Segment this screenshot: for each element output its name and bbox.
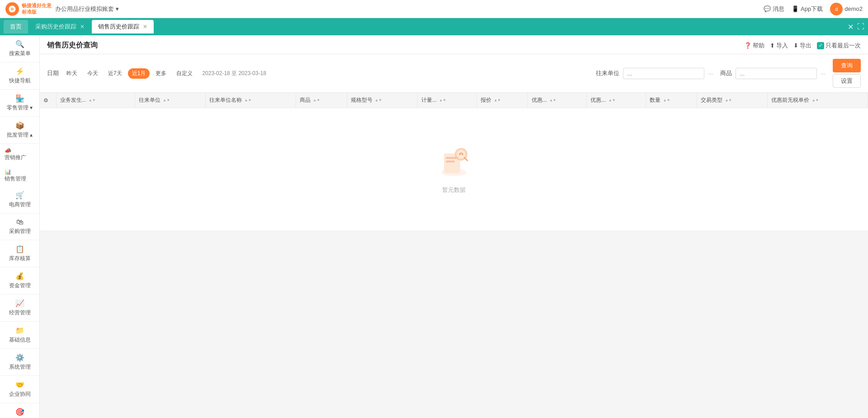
sidebar-item-label: 企业协同 [9,390,31,398]
date-btn-custom[interactable]: 自定义 [172,68,197,79]
tab-sales-close[interactable]: ✕ [143,24,147,30]
th-partner-code[interactable]: 往来单位 ▲▼ [135,93,205,108]
th-goods[interactable]: 商品 ▲▼ [296,93,347,108]
tab-purchase-label: 采购历史价跟踪 [35,23,76,31]
message-label: 消息 [773,5,784,13]
sort-icon[interactable]: ▲▼ [609,99,616,102]
sidebar-item-system[interactable]: ⚙️ 系统管理 [0,349,39,376]
filter-action-btns: 查询 设置 [833,59,861,88]
tab-close-all-btn[interactable]: ✕ [848,23,854,31]
sidebar-sub-label: 销售管理 [5,175,35,183]
sort-icon[interactable]: ▲▼ [663,99,670,102]
th-unit[interactable]: 计量... ▲▼ [417,93,476,108]
sidebar-item-ecommerce[interactable]: 🛒 电商管理 [0,186,39,214]
sidebar-item-basic-info[interactable]: 📁 基础信息 [0,322,39,349]
only-last-checkbox[interactable] [817,42,824,49]
sidebar-item-quick-nav[interactable]: ⚡ 快捷导航 [0,62,39,90]
app-selector[interactable]: 办公用品行业模拟账套 ▾ [55,5,119,13]
sidebar-sub-sales[interactable]: 📊 销售管理 [0,165,39,186]
basic-info-icon: 📁 [15,326,24,335]
sidebar-sub-marketing[interactable]: 📣 营销推广 [0,144,39,165]
user-menu[interactable]: d demo2 [830,3,863,15]
sidebar-item-inventory[interactable]: 📋 库存核算 [0,240,39,267]
svg-point-7 [462,153,463,155]
sidebar-item-purchase[interactable]: 🛍 采购管理 [0,214,39,240]
export-btn[interactable]: ⬇ 导出 [793,42,811,50]
partner-dots-btn[interactable]: ··· [708,70,713,77]
date-range-display: 2023-02-18 至 2023-03-18 [202,70,266,77]
setting-btn[interactable]: 设置 [833,74,861,88]
tab-purchase-history[interactable]: 采购历史价跟踪 ✕ [29,20,91,33]
goods-input[interactable] [736,68,817,79]
logo-area: 畅捷通好生意 标准版 [5,2,52,16]
date-btn-more[interactable]: 更多 [151,68,170,79]
import-btn[interactable]: ⬆ 导入 [770,42,788,50]
partner-input[interactable] [623,68,704,79]
th-biz-date[interactable]: 业务发生... ▲▼ [56,93,135,108]
date-btn-7days[interactable]: 近7天 [104,68,126,79]
sort-icon[interactable]: ▲▼ [245,99,252,102]
logo-text: 畅捷通好生意 标准版 [22,3,52,14]
sort-icon[interactable]: ▲▼ [313,99,320,102]
sidebar-item-new-guide[interactable]: 🎯 新手引导 [0,403,39,418]
th-discount-rate[interactable]: 优惠... ▲▼ [528,93,587,108]
th-trade-type[interactable]: 交易类型 ▲▼ [697,93,768,108]
sidebar-item-label: 搜索菜单 [9,50,31,57]
sidebar-item-retail[interactable]: 🏪 零售管理 ▾ [0,90,39,117]
search-btn[interactable]: 查询 [833,59,861,72]
sidebar-item-search-menu[interactable]: 🔍 搜索菜单 [0,35,39,62]
partner-filter-label: 往来单位 [596,69,619,77]
filter-group-partner: 往来单位 ··· [596,68,713,79]
date-btn-1month[interactable]: 近1月 [128,68,150,79]
sidebar-item-label: 资金管理 [9,282,31,290]
sidebar-item-operations[interactable]: 📈 经营管理 [0,294,39,322]
sales-icon: 📊 [5,169,35,175]
th-pre-tax-price[interactable]: 优惠前无税单价 ▲▼ [768,93,868,108]
th-spec[interactable]: 规格型号 ▲▼ [347,93,417,108]
user-name: demo2 [844,5,863,12]
sort-icon[interactable]: ▲▼ [494,99,501,102]
system-icon: ⚙️ [15,353,24,362]
sort-icon[interactable]: ▲▼ [549,99,557,102]
sidebar-item-label: 批发管理 ▴ [7,131,33,139]
sort-icon[interactable]: ▲▼ [439,99,446,102]
date-btn-today[interactable]: 今天 [83,68,102,79]
sidebar-item-finance[interactable]: 💰 资金管理 [0,267,39,294]
help-label: 帮助 [753,42,764,50]
message-icon: 💬 [764,5,771,12]
message-btn[interactable]: 💬 消息 [764,5,784,13]
th-settings[interactable]: ⚙ [40,93,56,108]
sidebar-item-label: 库存核算 [9,255,31,262]
th-discount-amount-label: 优惠... [590,97,606,103]
th-quoted-price[interactable]: 报价 ▲▼ [476,93,528,108]
th-discount-amount[interactable]: 优惠... ▲▼ [587,93,646,108]
finance-icon: 💰 [15,272,24,280]
goods-dots-btn[interactable]: ··· [821,70,826,77]
only-last-toggle[interactable]: 只看最后一次 [817,42,861,50]
date-btn-yesterday[interactable]: 昨天 [62,68,81,79]
date-options: 昨天 今天 近7天 近1月 更多 自定义 [62,68,197,79]
sidebar-item-wholesale[interactable]: 📦 批发管理 ▴ [0,117,39,144]
tab-purchase-close[interactable]: ✕ [80,24,85,30]
empty-icon [436,144,472,180]
help-btn[interactable]: ❓ 帮助 [744,42,764,50]
th-partner-name[interactable]: 往来单位名称 ▲▼ [206,93,296,108]
tab-expand-btn[interactable]: ⛶ [857,23,864,31]
app-selector-label: 办公用品行业模拟账套 [55,5,114,13]
app-download-btn[interactable]: 📱 App下载 [792,5,823,13]
page-title: 销售历史价查询 [47,41,98,50]
page-header-actions: ❓ 帮助 ⬆ 导入 ⬇ 导出 只看最后一次 [744,42,861,50]
sort-icon[interactable]: ▲▼ [163,99,170,102]
filter-area: 日期 昨天 今天 近7天 近1月 更多 自定义 2023-02-18 至 202… [40,54,868,93]
th-quantity[interactable]: 数量 ▲▼ [646,93,697,108]
th-spec-label: 规格型号 [351,97,373,103]
sort-icon[interactable]: ▲▼ [89,99,96,102]
tab-home[interactable]: 首页 [4,20,28,33]
sort-icon[interactable]: ▲▼ [375,99,382,102]
tab-sales-history[interactable]: 销售历史价跟踪 ✕ [92,20,154,33]
sort-icon[interactable]: ▲▼ [812,99,819,102]
sort-icon[interactable]: ▲▼ [725,99,732,102]
sidebar-sub-label: 营销推广 [5,154,35,162]
top-header: 畅捷通好生意 标准版 办公用品行业模拟账套 ▾ 💬 消息 📱 App下载 d d… [0,0,868,18]
sidebar-item-enterprise-collab[interactable]: 🤝 企业协同 [0,376,39,403]
